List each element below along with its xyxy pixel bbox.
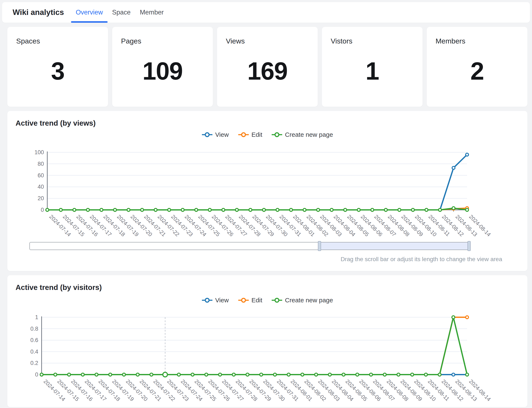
- legend-item-edit[interactable]: Edit: [238, 297, 262, 304]
- data-point-marker: [54, 373, 57, 376]
- data-point-marker: [113, 208, 116, 211]
- tab-overview[interactable]: Overview: [71, 2, 107, 23]
- legend-item-edit[interactable]: Edit: [238, 131, 262, 138]
- line-circle-icon: [238, 132, 249, 137]
- data-point-marker: [222, 208, 225, 211]
- legend-label: Create new page: [285, 297, 333, 304]
- data-point-marker: [122, 373, 126, 376]
- stat-card-views: Views 169: [217, 27, 318, 107]
- legend-label: Edit: [252, 297, 262, 304]
- data-point-marker: [73, 208, 76, 211]
- views-trend-series-view: [46, 153, 469, 211]
- line-circle-icon: [271, 132, 282, 137]
- legend-item-create-new-page[interactable]: Create new page: [271, 131, 333, 138]
- views-trend-card: Active trend (by views) View Edit Create…: [7, 111, 527, 271]
- stat-label: Pages: [121, 37, 141, 45]
- data-point-marker: [262, 208, 265, 211]
- legend-item-view[interactable]: View: [202, 297, 228, 304]
- data-point-marker: [249, 208, 252, 211]
- data-point-marker: [208, 208, 211, 211]
- data-point-marker: [330, 208, 333, 211]
- stat-card-vistors: Vistors 1: [322, 27, 422, 107]
- data-point-marker: [357, 208, 360, 211]
- data-point-marker: [466, 153, 469, 156]
- data-point-marker: [383, 373, 386, 376]
- tab-bar: Overview Space Member: [71, 2, 168, 23]
- data-point-marker: [81, 373, 84, 376]
- y-axis-tick-label: 80: [38, 161, 44, 167]
- data-point-marker: [411, 208, 414, 211]
- data-point-marker: [260, 373, 263, 376]
- data-point-marker: [141, 208, 144, 211]
- data-point-marker: [452, 207, 455, 210]
- page-title: Wiki analytics: [13, 8, 64, 17]
- data-point-marker: [232, 373, 235, 376]
- data-point-marker: [68, 373, 71, 376]
- line-circle-icon: [202, 132, 213, 137]
- data-point-marker: [329, 373, 331, 376]
- stat-value: 2: [427, 57, 527, 85]
- data-point-marker: [40, 373, 43, 376]
- data-point-marker: [150, 373, 153, 376]
- datazoom-selection[interactable]: [320, 242, 469, 250]
- y-axis-tick-label: 0.6: [30, 337, 38, 343]
- datazoom-left-handle[interactable]: [318, 241, 321, 251]
- stat-value: 3: [7, 57, 108, 85]
- stat-label: Spaces: [16, 37, 40, 45]
- y-axis-tick-label: 100: [34, 149, 44, 155]
- y-axis-tick-label: 0.2: [30, 360, 38, 366]
- data-point-marker: [317, 208, 320, 211]
- data-point-marker: [466, 373, 469, 376]
- data-point-marker: [177, 373, 180, 376]
- data-point-marker: [398, 208, 401, 211]
- app-header: Wiki analytics Overview Space Member: [2, 2, 530, 23]
- data-point-marker: [371, 208, 374, 211]
- data-point-marker: [452, 166, 455, 169]
- legend-item-view[interactable]: View: [202, 131, 228, 138]
- data-point-marker: [86, 208, 89, 211]
- visitors-trend-card: Active trend (by visitors) View Edit Cre…: [7, 275, 527, 407]
- data-point-marker: [411, 373, 414, 376]
- visitors-trend-series-create-new-page: [40, 316, 469, 377]
- y-axis-tick-label: 0: [41, 207, 44, 213]
- data-point-marker: [246, 373, 249, 376]
- data-point-marker: [356, 373, 359, 376]
- views-trend-chart: 0204060801002024-07-142024-07-152024-07-…: [20, 146, 520, 238]
- data-point-marker: [205, 373, 208, 376]
- data-point-marker: [397, 373, 400, 376]
- data-point-marker: [136, 373, 139, 376]
- visitors-trend-chart: 00.20.40.60.812024-07-142024-07-152024-0…: [20, 311, 520, 403]
- datazoom-right-handle[interactable]: [467, 241, 471, 251]
- data-point-marker: [95, 373, 98, 376]
- data-point-marker: [59, 208, 62, 211]
- data-point-marker: [219, 373, 221, 376]
- data-point-marker: [163, 372, 168, 377]
- views-trend-series-edit: [46, 207, 469, 211]
- tab-space[interactable]: Space: [108, 2, 135, 23]
- data-point-marker: [301, 373, 304, 376]
- datazoom-track[interactable]: [29, 242, 469, 250]
- stat-value: 109: [112, 57, 213, 85]
- datazoom-caption: Drag the scroll bar or adjust its length…: [341, 256, 502, 263]
- legend-item-create-new-page[interactable]: Create new page: [271, 297, 333, 304]
- views-trend-legend: View Edit Create new page: [7, 131, 527, 138]
- tab-member[interactable]: Member: [135, 2, 169, 23]
- data-point-marker: [314, 373, 318, 376]
- visitors-trend-legend: View Edit Create new page: [7, 297, 527, 304]
- stat-label: Views: [226, 37, 245, 45]
- data-point-marker: [439, 208, 441, 211]
- data-point-marker: [342, 373, 345, 376]
- y-axis-tick-label: 0: [35, 371, 38, 378]
- data-point-marker: [466, 208, 469, 211]
- y-axis-tick-label: 1: [35, 314, 38, 320]
- data-point-marker: [452, 373, 455, 376]
- data-point-marker: [384, 208, 387, 211]
- line-circle-icon: [271, 298, 282, 303]
- data-point-marker: [46, 208, 49, 211]
- data-point-marker: [109, 373, 112, 376]
- data-point-marker: [154, 208, 157, 211]
- data-point-marker: [181, 208, 184, 211]
- data-point-marker: [344, 208, 347, 211]
- data-point-marker: [191, 373, 194, 376]
- line-circle-icon: [202, 298, 213, 303]
